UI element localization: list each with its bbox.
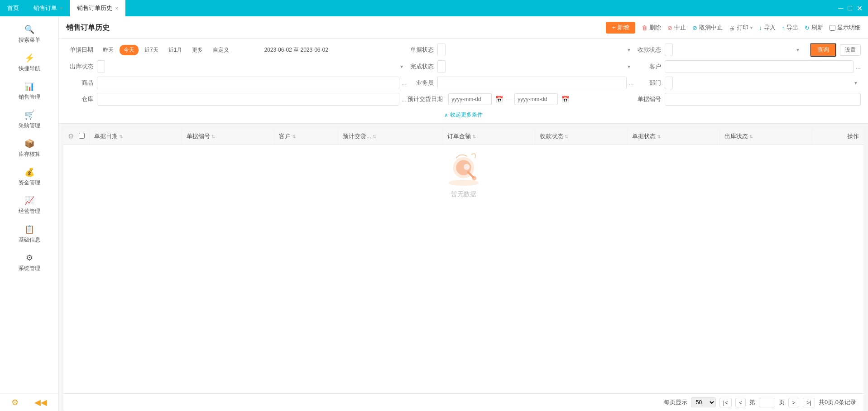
expected-date-from[interactable] bbox=[448, 93, 492, 105]
salesperson-input[interactable] bbox=[437, 77, 627, 89]
sort-icon-bill: ⇅ bbox=[657, 134, 661, 139]
sidebar-collapse-icon[interactable]: ◀◀ bbox=[34, 397, 47, 407]
show-detail-checkbox-wrap[interactable]: 显示明细 bbox=[830, 24, 861, 32]
warehouse-input[interactable] bbox=[97, 93, 399, 106]
sidebar-item-search-menu-label: 搜索菜单 bbox=[19, 36, 40, 44]
collapse-button[interactable]: ∧ 收起更多条件 bbox=[66, 109, 861, 119]
goods-input[interactable] bbox=[97, 77, 399, 89]
salesperson-label: 业务员 bbox=[407, 79, 434, 87]
date-chip-7days[interactable]: 近7天 bbox=[140, 45, 163, 55]
th-expected-sort[interactable]: 预计交货... ⇅ bbox=[343, 132, 438, 140]
th-bill-sort[interactable]: 单据状态 ⇅ bbox=[632, 132, 715, 140]
customer-input[interactable] bbox=[665, 60, 854, 73]
sidebar-item-operations[interactable]: 📈 经营管理 bbox=[0, 191, 58, 220]
tab-sales-order-label: 销售订单 bbox=[34, 4, 57, 12]
gear-icon[interactable]: ⚙ bbox=[68, 132, 74, 140]
th-out-sort[interactable]: 出库状态 ⇅ bbox=[724, 132, 807, 140]
page-input[interactable]: 1 bbox=[759, 398, 775, 407]
tab-sales-order[interactable]: 销售订单 × bbox=[26, 0, 70, 16]
tab-sales-order-history-close[interactable]: × bbox=[115, 5, 118, 11]
warehouse-ellipsis[interactable]: ... bbox=[401, 96, 407, 103]
topbar-actions: ─ □ ✕ bbox=[838, 4, 868, 13]
cal-icon-to[interactable]: 📅 bbox=[561, 96, 569, 103]
bill-status-select[interactable] bbox=[437, 44, 446, 56]
import-icon: ↓ bbox=[759, 24, 762, 31]
complete-status-select-wrap bbox=[437, 60, 633, 73]
dept-select[interactable] bbox=[665, 77, 673, 89]
sidebar-item-sales-mgmt[interactable]: 📊 销售管理 bbox=[0, 77, 58, 106]
import-button[interactable]: ↓ 导入 bbox=[759, 24, 776, 32]
stop-button[interactable]: ⊘ 中止 bbox=[667, 24, 686, 32]
select-all-checkbox[interactable] bbox=[79, 133, 85, 139]
th-customer-sort[interactable]: 客户 ⇅ bbox=[279, 132, 333, 140]
th-no-sort[interactable]: 单据编号 ⇅ bbox=[187, 132, 269, 140]
quick-nav-icon: ⚡ bbox=[24, 53, 34, 63]
out-status-select-wrap bbox=[97, 60, 407, 73]
first-page-button[interactable]: |< bbox=[719, 398, 732, 407]
topbar-maximize[interactable]: □ bbox=[848, 4, 852, 12]
tab-sales-order-history[interactable]: 销售订单历史 × bbox=[70, 0, 125, 16]
date-chip-today[interactable]: 今天 bbox=[120, 45, 139, 55]
tab-sales-order-close[interactable]: × bbox=[60, 5, 62, 11]
th-bill-status: 单据状态 ⇅ bbox=[628, 128, 720, 145]
print-button[interactable]: 🖨 打印 ▾ bbox=[729, 24, 753, 32]
delete-button[interactable]: 🗑 删除 bbox=[642, 24, 661, 32]
sort-icon-expected: ⇅ bbox=[373, 134, 376, 139]
date-chip-more[interactable]: 更多 bbox=[188, 45, 207, 55]
th-payment-sort[interactable]: 收款状态 ⇅ bbox=[540, 132, 623, 140]
export-button[interactable]: ↑ 导出 bbox=[782, 24, 799, 32]
th-expected: 预计交货... ⇅ bbox=[338, 128, 443, 145]
last-page-button[interactable]: >| bbox=[803, 398, 815, 407]
th-amount: 订单金额 ⇅ bbox=[442, 128, 535, 145]
delete-icon: 🗑 bbox=[642, 24, 647, 31]
next-page-button[interactable]: > bbox=[788, 398, 799, 407]
sort-icon-payment: ⇅ bbox=[565, 134, 568, 139]
sidebar-item-finance-label: 资金管理 bbox=[19, 179, 40, 187]
per-page-select[interactable]: 50 10 20 100 bbox=[691, 397, 716, 407]
topbar-minimize[interactable]: ─ bbox=[838, 4, 843, 12]
sidebar-item-basic-info[interactable]: 📋 基础信息 bbox=[0, 220, 58, 248]
th-date-sort[interactable]: 单据日期 ⇅ bbox=[94, 132, 177, 140]
salesperson-ellipsis[interactable]: ... bbox=[628, 79, 634, 87]
per-page-label: 每页显示 bbox=[664, 398, 687, 406]
tab-list: 首页 销售订单 × 销售订单历史 × bbox=[0, 0, 125, 16]
main-layout: 🔍 搜索菜单 ⚡ 快捷导航 📊 销售管理 🛒 采购管理 📦 库存核算 💰 资金管… bbox=[0, 16, 868, 411]
out-status-label: 出库状态 bbox=[66, 63, 93, 71]
sidebar-item-finance[interactable]: 💰 资金管理 bbox=[0, 163, 58, 191]
dept-select-wrap bbox=[665, 77, 861, 89]
sidebar-settings-icon[interactable]: ⚙ bbox=[11, 397, 19, 407]
filter-dept: 部门 bbox=[634, 77, 861, 89]
out-status-select[interactable] bbox=[97, 60, 105, 73]
sidebar-item-quick-nav[interactable]: ⚡ 快捷导航 bbox=[0, 48, 58, 77]
filter-expected-date: 预计交货日期 📅 — 📅 bbox=[407, 93, 633, 105]
bill-no-input[interactable] bbox=[665, 93, 861, 106]
sidebar-item-search-menu[interactable]: 🔍 搜索菜单 bbox=[0, 20, 58, 48]
show-detail-checkbox[interactable] bbox=[830, 25, 835, 31]
sidebar-item-inventory[interactable]: 📦 库存核算 bbox=[0, 134, 58, 163]
sidebar-item-purchase-mgmt[interactable]: 🛒 采购管理 bbox=[0, 106, 58, 134]
refresh-button[interactable]: ↻ 刷新 bbox=[805, 24, 823, 32]
tab-home[interactable]: 首页 bbox=[0, 0, 26, 16]
page-text: 第 bbox=[749, 398, 755, 406]
expected-date-to[interactable] bbox=[514, 93, 558, 105]
export-icon: ↑ bbox=[782, 24, 785, 31]
new-button[interactable]: + 新增 bbox=[606, 22, 635, 34]
query-button[interactable]: 查询 bbox=[810, 43, 836, 57]
payment-status-select[interactable] bbox=[665, 44, 673, 56]
date-chip-1month[interactable]: 近1月 bbox=[164, 45, 187, 55]
goods-ellipsis[interactable]: ... bbox=[401, 79, 407, 87]
complete-status-select[interactable] bbox=[437, 60, 446, 73]
sidebar-item-system-mgmt[interactable]: ⚙ 系统管理 bbox=[0, 248, 58, 277]
cancel-stop-button[interactable]: ⊘ 取消中止 bbox=[692, 24, 723, 32]
collapse-label: 收起更多条件 bbox=[450, 111, 483, 119]
cal-icon-from[interactable]: 📅 bbox=[495, 96, 503, 103]
settings-button[interactable]: 设置 bbox=[840, 44, 861, 56]
customer-ellipsis[interactable]: ... bbox=[855, 63, 861, 70]
th-amount-sort[interactable]: 订单金额 ⇅ bbox=[447, 132, 530, 140]
topbar-close[interactable]: ✕ bbox=[857, 4, 863, 13]
prev-page-button[interactable]: < bbox=[735, 398, 746, 407]
date-chip-yesterday[interactable]: 昨天 bbox=[99, 45, 118, 55]
date-separator: 至 bbox=[293, 47, 300, 53]
date-chip-custom[interactable]: 自定义 bbox=[209, 45, 233, 55]
sidebar-item-operations-label: 经营管理 bbox=[19, 208, 40, 215]
